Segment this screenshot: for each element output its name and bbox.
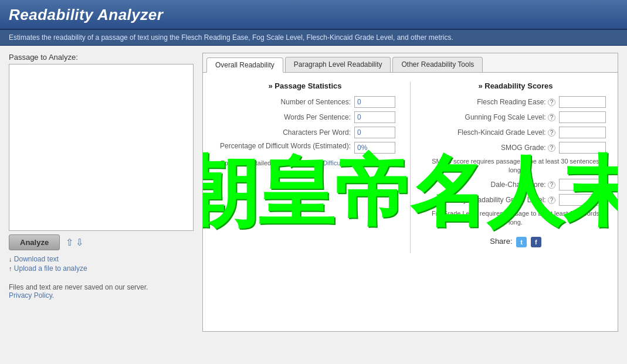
stat-row-sentences: Number of Sentences: <box>215 96 395 108</box>
app-subtitle: Estimates the readability of a passage o… <box>0 30 627 46</box>
score-row-smog: SMOG Grade: ? <box>425 142 606 154</box>
upload-arrow: ↑ <box>9 265 12 272</box>
stat-row-chars: Characters Per Word: <box>215 127 395 138</box>
tab-paragraph-readability[interactable]: Paragraph Level Readability <box>285 57 391 72</box>
tab-content: » Passage Statistics Number of Sentences… <box>203 73 618 262</box>
score-input-fk <box>559 127 606 138</box>
links-row: ↓ Download text ↑ Upload a file to analy… <box>9 255 194 273</box>
tab-other-tools[interactable]: Other Readability Tools <box>392 57 483 72</box>
smog-help-icon[interactable]: ? <box>548 144 555 152</box>
stat-label-chars: Characters Per Word: <box>215 128 351 137</box>
right-panel: Overall Readability Paragraph Level Read… <box>202 53 618 332</box>
score-label-dale: Dale-Chall Score: ? <box>425 181 555 189</box>
scroll-up-icon[interactable]: ⇧ <box>66 237 73 248</box>
bottom-text: Files and text are never saved on our se… <box>9 283 194 300</box>
share-label: Share: <box>490 237 512 246</box>
score-label-smog: SMOG Grade: ? <box>425 144 555 152</box>
download-arrow: ↓ <box>9 256 12 263</box>
smog-note: SMOG score requires passage to be at lea… <box>425 157 606 175</box>
analysis-text2: . <box>317 169 318 176</box>
stat-row-words: Words Per Sentence: <box>215 111 395 123</box>
score-row-flesch: Flesch Reading Ease: ? <box>425 96 606 108</box>
score-row-fog: Gunning Fog Scale Level: ? <box>425 111 606 123</box>
download-link-row: ↓ Download text <box>9 255 194 263</box>
upload-link[interactable]: Upload a file to analyze <box>14 264 87 273</box>
scroll-down-icon[interactable]: ⇩ <box>76 237 83 248</box>
stats-section: » Passage Statistics Number of Sentences… <box>215 81 395 253</box>
difficult-words-row: Percentage of Difficult Words (Estimated… <box>215 142 395 154</box>
stat-label-words: Words Per Sentence: <box>215 113 351 121</box>
scroll-arrows: ⇧ ⇩ <box>66 237 83 248</box>
scores-section: » Readability Scores Flesch Reading Ease… <box>425 81 606 253</box>
scores-heading: » Readability Scores <box>425 81 606 90</box>
left-panel: Passage to Analyze: Analyze ⇧ ⇩ ↓ Downlo… <box>9 53 194 332</box>
score-row-fry: Fry Readability Grade Level: ? <box>425 194 606 206</box>
score-input-fry <box>559 194 606 206</box>
score-input-flesch <box>559 96 606 108</box>
score-label-fk: Flesch-Kincaid Grade Level: ? <box>425 128 555 137</box>
analyze-button[interactable]: Analyze <box>9 234 60 250</box>
share-row: Share: t f <box>425 231 606 253</box>
stat-input-chars[interactable] <box>354 127 395 138</box>
score-label-fog: Gunning Fog Scale Level: ? <box>425 113 555 121</box>
score-label-fry: Fry Readability Grade Level: ? <box>425 196 555 204</box>
twitter-icon[interactable]: t <box>516 237 527 247</box>
fog-help-icon[interactable]: ? <box>548 114 555 121</box>
difficult-words-label: Percentage of Difficult Words (Estimated… <box>215 142 351 150</box>
passage-textarea[interactable] <box>9 64 194 231</box>
stat-input-sentences[interactable] <box>354 96 395 108</box>
score-label-flesch: Flesch Reading Ease: ? <box>425 98 555 106</box>
flesch-help-icon[interactable]: ? <box>548 98 555 106</box>
passage-label: Passage to Analyze: <box>9 53 194 62</box>
stats-heading: » Passage Statistics <box>215 81 395 90</box>
main-content: Passage to Analyze: Analyze ⇧ ⇩ ↓ Downlo… <box>0 46 627 339</box>
no-save-notice: Files and text are never saved on our se… <box>9 283 194 291</box>
stat-label-sentences: Number of Sentences: <box>215 98 351 106</box>
privacy-link[interactable]: Privacy Policy <box>9 291 52 300</box>
app-title: Readability Analyzer <box>9 6 618 24</box>
app-header: Readability Analyzer <box>0 0 627 30</box>
facebook-icon[interactable]: f <box>531 237 541 247</box>
difficult-analysis: For more detailed analysis, see the Diff… <box>215 158 395 178</box>
tabs-bar: Overall Readability Paragraph Level Read… <box>203 53 618 73</box>
download-link[interactable]: Download text <box>14 255 59 263</box>
dale-help-icon[interactable]: ? <box>548 181 555 189</box>
analysis-text: For more detailed analysis, see the <box>221 159 321 166</box>
score-row-fk: Flesch-Kincaid Grade Level: ? <box>425 127 606 138</box>
score-input-fog <box>559 111 606 123</box>
tab-overall-readability[interactable]: Overall Readability <box>206 57 283 73</box>
upload-link-row: ↑ Upload a file to analyze <box>9 264 194 273</box>
fry-note: Fry Grade Level requires passage to be a… <box>425 209 606 227</box>
section-divider <box>410 81 411 253</box>
score-row-dale: Dale-Chall Score: ? <box>425 179 606 190</box>
score-input-smog <box>559 142 606 154</box>
difficult-words-input[interactable] <box>354 142 395 154</box>
fk-help-icon[interactable]: ? <box>548 129 555 137</box>
stat-input-words[interactable] <box>354 111 395 123</box>
analyze-row: Analyze ⇧ ⇩ <box>9 234 194 250</box>
fry-help-icon[interactable]: ? <box>548 196 555 204</box>
period: . <box>52 291 54 300</box>
score-input-dale <box>559 179 606 190</box>
